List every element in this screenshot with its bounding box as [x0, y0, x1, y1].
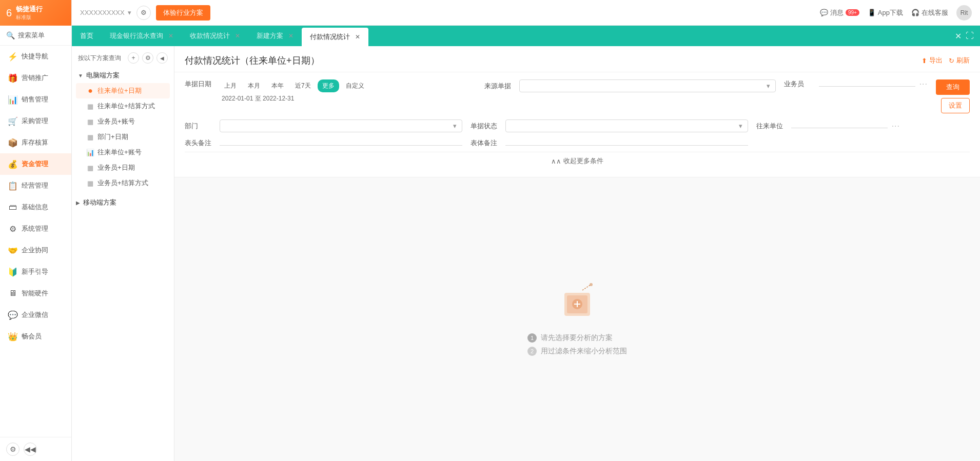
quick-icon: ⚡ [8, 52, 17, 61]
search-menu[interactable]: 🔍 搜索菜单 [0, 26, 71, 46]
sidebar-item-member[interactable]: 👑 畅会员 [0, 326, 71, 347]
scheme-settings-btn[interactable]: ⚙ [142, 52, 153, 64]
tab-receipts-close[interactable]: ✕ [235, 32, 240, 39]
scheme-staff-account[interactable]: ▦ 业务员+账号 [76, 114, 170, 129]
online-service-btn[interactable]: 🎧 在线客服 [911, 8, 948, 17]
messages-btn[interactable]: 💬 消息 99+ [820, 8, 859, 17]
dept-select[interactable]: ▾ [220, 119, 462, 132]
scheme-dept-date[interactable]: ▦ 部门+日期 [76, 129, 170, 145]
sidebar-item-inventory[interactable]: 📦 库存核算 [0, 132, 71, 153]
tab-bank[interactable]: 现金银行流水查询 ✕ [102, 26, 182, 46]
header-note-input[interactable] [220, 141, 462, 146]
sidebar-item-hardware[interactable]: 🖥 智能硬件 [0, 283, 71, 304]
company-name: XXXXXXXXXX [80, 9, 125, 16]
app-logo: 6 畅捷通行 标准版 [0, 0, 71, 26]
hardware-icon: 🖥 [8, 289, 17, 298]
filter-row-2: 部门 ▾ 单据状态 ▾ 往来单位 [185, 119, 970, 132]
date-btn-last-month[interactable]: 上月 [220, 79, 241, 92]
tab-payments[interactable]: 付款情况统计 ✕ [302, 28, 368, 46]
filter-settings-button[interactable]: 设置 [941, 98, 970, 113]
tip-num-2: 2 [527, 347, 537, 356]
source-chevron-icon: ▾ [767, 82, 770, 90]
tab-expand-icon[interactable]: ⛶ [966, 31, 974, 41]
collapse-left-btn[interactable]: ◀ [156, 52, 168, 64]
unit-label: 往来单位 [756, 122, 787, 131]
date-btn-this-month[interactable]: 本月 [243, 79, 265, 92]
add-scheme-btn[interactable]: + [128, 52, 139, 64]
sidebar-item-basic[interactable]: 🗃 基础信息 [0, 196, 71, 218]
sidebar-item-guide[interactable]: 🔰 新手引导 [0, 261, 71, 283]
date-btn-7days[interactable]: 近7天 [290, 79, 316, 92]
tab-bank-close[interactable]: ✕ [168, 32, 173, 39]
tab-new-close[interactable]: ✕ [288, 32, 293, 39]
staff-input[interactable] [819, 82, 915, 87]
page-header: 付款情况统计（往来单位+日期） ⬆ 导出 ↻ 刷新 [174, 46, 980, 72]
tab-home[interactable]: 首页 [72, 26, 102, 46]
tab-receipts[interactable]: 收款情况统计 ✕ [182, 26, 248, 46]
refresh-icon: ↻ [949, 57, 954, 65]
pc-schemes-title[interactable]: ▼ 电脑端方案 [76, 68, 170, 83]
header-note-group: 表头备注 [185, 138, 462, 148]
refresh-btn[interactable]: ↻ 刷新 [949, 56, 970, 65]
tab-new[interactable]: 新建方案 ✕ [248, 26, 302, 46]
marketing-icon: 🎁 [8, 73, 17, 83]
app-download-btn[interactable]: 📱 App下载 [868, 8, 903, 17]
sidebar-item-sales[interactable]: 📊 销售管理 [0, 89, 71, 110]
scheme-icon-3: ▦ [86, 133, 94, 141]
tab-payments-close[interactable]: ✕ [355, 33, 360, 41]
tab-bar-actions: ✕ ⛶ [949, 26, 980, 46]
body-note-input[interactable] [505, 141, 748, 146]
mobile-expand-icon: ▶ [76, 200, 80, 206]
staff-more-icon[interactable]: ··· [919, 79, 928, 89]
operations-icon: 📋 [8, 181, 17, 190]
download-icon: 📱 [868, 9, 876, 16]
scheme-staff-settle[interactable]: ▦ 业务员+结算方式 [76, 175, 170, 191]
query-button[interactable]: 查询 [936, 79, 970, 95]
sidebar-item-wechat[interactable]: 💬 企业微信 [0, 304, 71, 326]
date-btn-this-year[interactable]: 本年 [267, 79, 288, 92]
wechat-icon: 💬 [8, 310, 17, 319]
settings-footer-btn[interactable]: ⚙ [6, 443, 19, 456]
chevron-down-icon: ▾ [128, 9, 131, 16]
content-area: 按以下方案查询 + ⚙ ◀ ▼ 电脑端方案 ● 往来单位+日期 ▦ [72, 46, 980, 461]
unit-more-icon[interactable]: ··· [892, 122, 900, 131]
scheme-icon-2: ▦ [86, 117, 94, 126]
dept-label: 部门 [185, 122, 215, 131]
unit-input[interactable] [791, 124, 888, 128]
mobile-schemes-title[interactable]: ▶ 移动端方案 [72, 195, 174, 210]
sidebar-item-quick[interactable]: ⚡ 快捷导航 [0, 46, 71, 67]
sidebar-item-purchase[interactable]: 🛒 采购管理 [0, 110, 71, 132]
date-btn-custom[interactable]: 自定义 [341, 79, 369, 92]
svg-line-5 [582, 285, 590, 290]
scheme-unit-date[interactable]: ● 往来单位+日期 [76, 83, 170, 98]
scheme-unit-settle[interactable]: ▦ 往来单位+结算方式 [76, 98, 170, 114]
collapse-sidebar-btn[interactable]: ◀◀ [24, 443, 37, 456]
sidebar-item-funds[interactable]: 💰 资金管理 [0, 153, 71, 175]
collapse-filters-btn[interactable]: ∧∧ 收起更多条件 [185, 152, 970, 170]
sidebar-item-enterprise[interactable]: 🤝 企业协同 [0, 239, 71, 261]
page-actions: ⬆ 导出 ↻ 刷新 [922, 56, 970, 65]
company-selector[interactable]: XXXXXXXXXX ▾ [80, 9, 131, 16]
header-right: 💬 消息 99+ 📱 App下载 🎧 在线客服 Rit [820, 5, 972, 21]
filter-row-3: 表头备注 表体备注 [185, 138, 970, 148]
status-select[interactable]: ▾ [505, 119, 748, 132]
header-settings-btn[interactable]: ⚙ [136, 6, 151, 20]
source-select[interactable]: ▾ [519, 79, 776, 92]
sidebar-item-marketing[interactable]: 🎁 营销推广 [0, 67, 71, 89]
trial-button[interactable]: 体验行业方案 [156, 5, 210, 21]
header-note-label: 表头备注 [185, 138, 215, 148]
export-btn[interactable]: ⬆ 导出 [922, 56, 943, 65]
sidebar-item-operations[interactable]: 📋 经营管理 [0, 175, 71, 196]
empty-illustration [552, 283, 603, 325]
date-btn-more[interactable]: 更多 [318, 79, 339, 92]
user-avatar[interactable]: Rit [956, 5, 972, 21]
top-header: XXXXXXXXXX ▾ ⚙ 体验行业方案 💬 消息 99+ 📱 App下载 🎧… [72, 0, 980, 26]
collapse-up-icon: ∧∧ [551, 157, 561, 165]
sidebar-item-system[interactable]: ⚙ 系统管理 [0, 218, 71, 239]
scheme-icon-6: ▦ [86, 179, 94, 187]
tab-close-all-icon[interactable]: ✕ [955, 31, 962, 41]
scheme-staff-date[interactable]: ▦ 业务员+日期 [76, 160, 170, 175]
scheme-unit-account[interactable]: 📊 往来单位+账号 [76, 145, 170, 160]
body-note-group: 表体备注 [471, 138, 748, 148]
active-scheme-icon: ● [86, 87, 94, 95]
